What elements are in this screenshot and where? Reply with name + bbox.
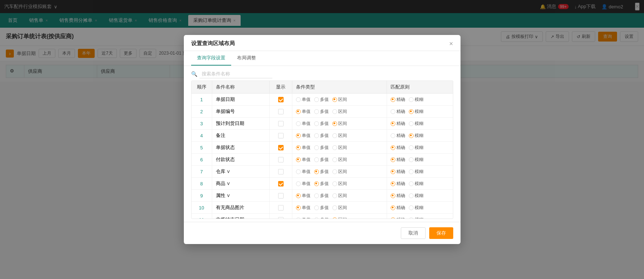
col-match: 匹配原则	[387, 81, 453, 82]
col-order: 顺序	[191, 81, 212, 82]
modal-overlay: 设置查询区域布局 × 查询字段设置 布局调整 🔍 顺序 条件名称 显示 条件类型	[0, 0, 644, 82]
tab-layout[interactable]: 布局调整	[231, 51, 262, 66]
settings-dialog: 设置查询区域布局 × 查询字段设置 布局调整 🔍 顺序 条件名称 显示 条件类型	[184, 35, 461, 82]
col-name: 条件名称	[212, 81, 269, 82]
col-type: 条件类型	[292, 81, 387, 82]
dialog-header: 设置查询区域布局 ×	[184, 35, 461, 51]
search-icon: 🔍	[191, 71, 197, 77]
tab-query-fields[interactable]: 查询字段设置	[191, 51, 231, 66]
dialog-title: 设置查询区域布局	[191, 40, 235, 47]
search-input[interactable]	[199, 70, 272, 78]
dialog-search-bar: 🔍	[184, 66, 461, 80]
col-display: 显示	[269, 81, 292, 82]
conditions-table: 顺序 条件名称 显示 条件类型 匹配原则 1单据日期单值多值区间精确模糊2单据编…	[191, 80, 453, 82]
dialog-tabs: 查询字段设置 布局调整	[184, 51, 461, 66]
dialog-close-btn[interactable]: ×	[449, 40, 453, 47]
